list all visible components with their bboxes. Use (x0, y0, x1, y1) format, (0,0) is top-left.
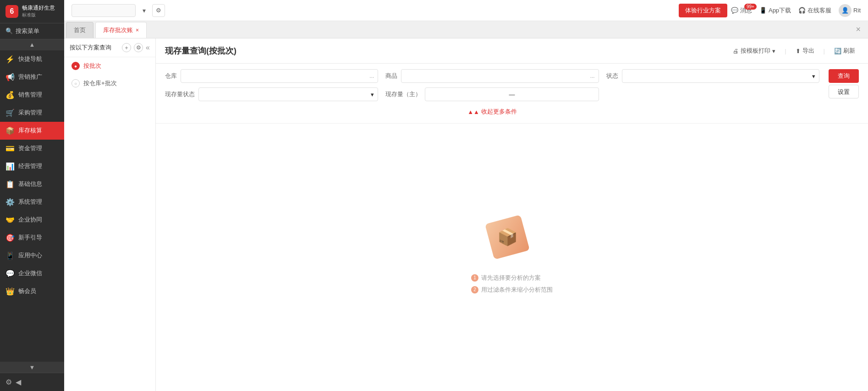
search-menu[interactable]: 🔍 搜索菜单 (0, 23, 64, 39)
sidebar-item-newbie[interactable]: 🎯 新手引导 (0, 229, 64, 247)
topbar-gear-btn[interactable]: ⚙ (152, 4, 165, 17)
goods-more-icon[interactable]: ... (590, 73, 595, 79)
empty-illustration (489, 219, 535, 265)
avatar-icon: 👤 (841, 7, 849, 14)
tab-inventory-batch[interactable]: 库存批次账 × (95, 22, 147, 38)
refresh-btn[interactable]: 🔄 刷新 (830, 45, 859, 57)
query-btn[interactable]: 查询 (829, 69, 859, 83)
close-all-tabs-btn[interactable]: × (852, 23, 864, 36)
operations-icon: 📊 (5, 162, 15, 171)
sidebar-item-vip[interactable]: 👑 畅会员 (0, 282, 64, 300)
sidebar-item-finance[interactable]: 💳 资金管理 (0, 140, 64, 157)
inventory-status-select[interactable]: ▾ (198, 87, 378, 101)
tab-home[interactable]: 首页 (66, 22, 93, 38)
plan-inactive-icon: ○ (71, 79, 80, 87)
collapse-label: 收起更多条件 (481, 108, 517, 116)
sidebar-item-sales[interactable]: 💰 销售管理 (0, 86, 64, 104)
collapse-left-panel-btn[interactable]: « (146, 43, 150, 52)
empty-tips: 1 请先选择要分析的方案 2 用过滤条件来缩小分析范围 (471, 272, 553, 296)
user-avatar-btn[interactable]: 👤 Rit (839, 4, 861, 17)
sidebar-item-basic[interactable]: 📋 基础信息 (0, 175, 64, 193)
phone-icon: 📱 (759, 7, 767, 14)
refresh-icon: 🔄 (834, 48, 841, 54)
sidebar-item-label: 营销推广 (18, 73, 42, 81)
sales-icon: 💰 (5, 91, 15, 99)
sidebar-item-purchase[interactable]: 🛒 采购管理 (0, 104, 64, 122)
filter-row-1: 仓库 ... 商品 ... (165, 69, 819, 83)
tab-home-label: 首页 (74, 26, 86, 34)
collapse-sidebar-icon[interactable]: ◀ (16, 378, 21, 386)
main-area: ▾ ⚙ 体验行业方案 💬 消息 99+ 📱 App下载 🎧 在线客服 👤 (64, 0, 868, 391)
sidebar: 6 畅康通好生意 标准版 🔍 搜索菜单 ▲ ⚡ 快捷导航 📢 营销推广 💰 销售… (0, 0, 64, 391)
gear-icon: ⚙ (156, 7, 161, 14)
warehouse-field: 仓库 ... (165, 69, 378, 83)
sidebar-item-inventory[interactable]: 📦 库存核算 (0, 122, 64, 140)
export-btn[interactable]: ⬆ 导出 (792, 45, 818, 57)
inventory-quantity-field: 现存量（主） — (385, 87, 599, 101)
print-icon: 🖨 (733, 48, 739, 54)
warehouse-input[interactable]: ... (181, 69, 378, 83)
scroll-down-btn[interactable]: ▼ (0, 362, 64, 373)
goods-field: 商品 ... (385, 69, 599, 83)
online-service-btn[interactable]: 🎧 在线客服 (798, 6, 831, 15)
message-icon: 💬 (731, 7, 738, 14)
scroll-up-btn[interactable]: ▲ (0, 39, 64, 50)
add-plan-btn[interactable]: ＋ (122, 43, 131, 52)
export-label: 导出 (802, 47, 814, 55)
plan-item-by-warehouse-batch[interactable]: ○ 按仓库+批次 (64, 75, 155, 92)
page-title: 现存量查询(按批次) (165, 45, 236, 56)
online-service-label: 在线客服 (808, 6, 831, 15)
topbar-breadcrumb: ▾ ⚙ (71, 4, 675, 17)
status-dropdown-icon: ▾ (812, 73, 815, 80)
tip-text-1: 请先选择要分析的方案 (481, 272, 541, 284)
sidebar-item-label: 快捷导航 (18, 55, 42, 63)
action-divider: | (785, 48, 786, 54)
left-panel-header: 按以下方案查询 ＋ ⚙ « (64, 38, 155, 57)
left-panel-actions: ＋ ⚙ « (122, 43, 150, 52)
collapse-filter-btn[interactable]: ▲▲ 收起更多条件 (466, 106, 519, 118)
newbie-icon: 🎯 (5, 234, 15, 242)
topbar: ▾ ⚙ 体验行业方案 💬 消息 99+ 📱 App下载 🎧 在线客服 👤 (64, 0, 868, 21)
filter-row-collapse: ▲▲ 收起更多条件 (165, 106, 819, 118)
tab-close-icon[interactable]: × (136, 27, 139, 33)
sidebar-item-quick-nav[interactable]: ⚡ 快捷导航 (0, 50, 64, 68)
edit-plan-btn[interactable]: ⚙ (134, 43, 143, 52)
tab-bar: 首页 库存批次账 × × (64, 21, 868, 38)
status-select[interactable]: ▾ (622, 69, 819, 83)
action-divider-2: | (824, 48, 825, 54)
warehouse-more-icon[interactable]: ... (369, 73, 374, 79)
settings-icon[interactable]: ⚙ (5, 378, 12, 386)
refresh-label: 刷新 (843, 47, 855, 55)
inventory-status-field: 现存量状态 ▾ (165, 87, 378, 101)
sidebar-item-operations[interactable]: 📊 经营管理 (0, 157, 64, 175)
print-dropdown-icon[interactable]: ▾ (772, 48, 775, 54)
sidebar-nav: ⚡ 快捷导航 📢 营销推广 💰 销售管理 🛒 采购管理 📦 库存核算 💳 资金管… (0, 50, 64, 362)
topbar-dropdown-btn[interactable]: ▾ (138, 5, 149, 16)
search-label: 搜索菜单 (16, 27, 39, 35)
basic-icon: 📋 (5, 180, 15, 189)
topbar-search-input[interactable] (71, 4, 136, 17)
warehouse-label: 仓库 (165, 72, 177, 80)
tip-text-2: 用过滤条件来缩小分析范围 (481, 284, 553, 296)
sidebar-item-app-center[interactable]: 📱 应用中心 (0, 247, 64, 265)
sidebar-item-system[interactable]: ⚙️ 系统管理 (0, 193, 64, 211)
sidebar-header: 6 畅康通好生意 标准版 (0, 0, 64, 23)
sidebar-item-wechat[interactable]: 💬 企业微信 (0, 265, 64, 282)
print-btn[interactable]: 🖨 按模板打印 ▾ (729, 45, 779, 57)
app-download-btn[interactable]: 📱 App下载 (759, 6, 791, 15)
trial-btn[interactable]: 体验行业方案 (679, 4, 727, 17)
range-placeholder: — (509, 91, 515, 98)
print-label: 按模板打印 (741, 47, 770, 55)
inventory-quantity-label: 现存量（主） (385, 90, 421, 98)
messages-btn[interactable]: 💬 消息 99+ (731, 6, 752, 15)
filter-settings-btn[interactable]: 设置 (829, 85, 859, 98)
inventory-icon: 📦 (5, 126, 15, 135)
sidebar-item-marketing[interactable]: 📢 营销推广 (0, 68, 64, 86)
export-icon: ⬆ (796, 48, 801, 54)
inventory-quantity-range[interactable]: — (425, 87, 599, 101)
goods-input[interactable]: ... (401, 69, 599, 83)
sidebar-item-enterprise[interactable]: 🤝 企业协同 (0, 211, 64, 229)
left-panel: 按以下方案查询 ＋ ⚙ « ● 按批次 ○ 按仓库+批次 (64, 38, 156, 391)
filter-area: 仓库 ... 商品 ... (156, 64, 868, 124)
plan-item-by-batch[interactable]: ● 按批次 (64, 57, 155, 75)
